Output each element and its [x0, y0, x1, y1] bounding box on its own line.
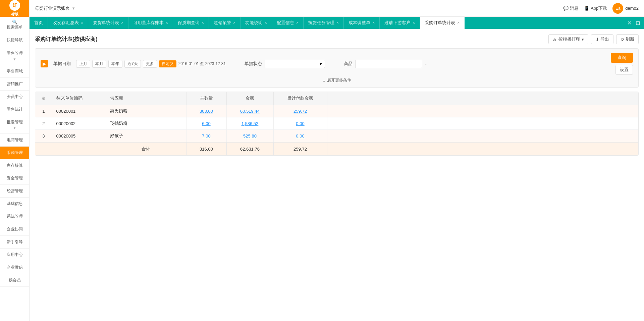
status-filter-label: 单据状态	[245, 61, 262, 67]
sidebar-item-member-vip[interactable]: 畅会员	[0, 274, 29, 287]
sidebar-search-item[interactable]: 🔍 搜索菜单	[0, 17, 29, 33]
date-btn-more[interactable]: 更多	[143, 60, 157, 68]
tab-close-warranty-query[interactable]: ×	[202, 20, 204, 25]
sidebar-item-enterprise[interactable]: 企业协同	[0, 223, 29, 236]
tab-purchase-order-stats[interactable]: 采购订单统计表 ×	[420, 17, 465, 29]
sidebar-item-wholesale-mgmt[interactable]: 批发管理 ▼	[0, 116, 29, 134]
tab-overstock-alert[interactable]: 超储预警 ×	[209, 17, 240, 29]
row-1-paid[interactable]: 259.72	[273, 105, 327, 117]
row-1-amount-link[interactable]: 60,519.44	[240, 109, 260, 114]
date-btn-this-year[interactable]: 本年	[108, 60, 122, 68]
query-button[interactable]: 查询	[611, 53, 633, 63]
row-3-paid-link[interactable]: 0.00	[296, 133, 304, 139]
tab-warranty-query-label: 保质期查询	[178, 20, 200, 26]
tab-close-available-stock[interactable]: ×	[166, 20, 168, 25]
user-profile[interactable]: Ea demo2	[612, 3, 639, 14]
row-1-paid-link[interactable]: 259.72	[293, 109, 307, 114]
tab-available-stock[interactable]: 可用量库存账本 ×	[128, 17, 173, 29]
row-1-qty[interactable]: 303.00	[186, 105, 226, 117]
sidebar-item-member-center[interactable]: 会员中心	[0, 91, 29, 103]
tab-config-info[interactable]: 配置信息 ×	[272, 17, 304, 29]
sidebar-item-finance-label: 资金管理	[2, 175, 27, 181]
sidebar-item-app-center[interactable]: 应用中心	[0, 249, 29, 261]
row-3-qty[interactable]: 7.00	[186, 130, 226, 143]
tab-close-function-desc[interactable]: ×	[265, 20, 267, 25]
row-2-paid[interactable]: 0.00	[273, 117, 327, 130]
table-row: 3 00020005 好孩子 7.00 525.80	[35, 130, 638, 143]
sidebar-quicknav-item[interactable]: 快捷导航	[0, 33, 29, 47]
date-btn-this-month[interactable]: 本月	[92, 60, 106, 68]
tab-warranty-query[interactable]: 保质期查询 ×	[173, 17, 209, 29]
sidebar-item-retail-shop[interactable]: 零售商城	[0, 65, 29, 78]
export-button[interactable]: ⬇ 导出	[591, 34, 613, 44]
tab-invite-downstream[interactable]: 邀请下游客户 ×	[380, 17, 420, 29]
tab-receive-summary-label: 收发存汇总表	[53, 20, 79, 26]
sidebar-item-retail-stats[interactable]: 零售统计	[0, 103, 29, 116]
tab-close-config-info[interactable]: ×	[296, 20, 299, 25]
message-button[interactable]: 💬 消息	[563, 5, 579, 11]
tab-close-order-stats[interactable]: ×	[121, 20, 123, 25]
row-3-paid[interactable]: 0.00	[273, 130, 327, 143]
tab-close-all-button[interactable]: ✕	[626, 20, 633, 26]
sidebar-item-marketing[interactable]: 营销推广	[0, 78, 29, 91]
filter-toggle-button[interactable]: ▶	[41, 60, 48, 67]
th-settings[interactable]: ⚙	[35, 92, 52, 105]
sidebar-item-retail-management[interactable]: 零售管理 ▼	[0, 47, 29, 65]
sidebar-item-finance[interactable]: 资金管理	[0, 172, 29, 185]
tab-receive-summary[interactable]: 收发存汇总表 ×	[48, 17, 88, 29]
goods-input-more-icon[interactable]: ···	[425, 61, 429, 66]
status-select[interactable]: ▾	[265, 60, 325, 68]
date-btn-7days[interactable]: 近7天	[124, 60, 141, 68]
workspace-dropdown-icon[interactable]: ▾	[72, 6, 75, 11]
tab-home[interactable]: 首页	[30, 17, 48, 29]
status-filter: 单据状态 ▾	[245, 60, 325, 68]
date-btn-last-month[interactable]: 上月	[76, 60, 90, 68]
tab-home-label: 首页	[34, 20, 43, 26]
row-2-amount-link[interactable]: 1,586.52	[241, 121, 259, 126]
tab-restore-button[interactable]: ⊡	[634, 20, 641, 26]
filter-expand-row: ⌄ 展开更多条件	[41, 77, 633, 83]
expand-more-button[interactable]: ⌄ 展开更多条件	[322, 77, 351, 83]
row-1-amount[interactable]: 60,519.44	[226, 105, 273, 117]
tab-close-invite-downstream[interactable]: ×	[413, 20, 415, 25]
sidebar-item-purchase-mgmt[interactable]: 采购管理	[0, 147, 29, 159]
th-paid: 累计付款金额	[273, 92, 327, 105]
sidebar-item-ecommerce[interactable]: 电商管理	[0, 134, 29, 147]
th-code-label: 往来单位编码	[56, 96, 83, 101]
tab-close-overstock-alert[interactable]: ×	[233, 20, 235, 25]
sidebar-item-operations[interactable]: 经营管理	[0, 185, 29, 198]
tab-close-purchase-order-stats[interactable]: ×	[457, 20, 460, 25]
row-2-qty-link[interactable]: 6.00	[202, 121, 210, 126]
goods-input[interactable]	[355, 60, 422, 68]
row-2-paid-link[interactable]: 0.00	[296, 121, 304, 126]
sidebar-item-enterprise-wechat[interactable]: 企业微信	[0, 261, 29, 274]
tab-function-desc[interactable]: 功能说明 ×	[240, 17, 272, 29]
table-row: 2 00020002 飞鹤奶粉 6.00 1,586.52	[35, 117, 638, 130]
footer-row: 合计 316.00 62,631.76 259.72	[35, 142, 638, 155]
tab-pickup-task[interactable]: 拣货任务管理 ×	[304, 17, 344, 29]
chevron-down-icon: ▼	[13, 57, 16, 61]
refresh-button[interactable]: ↺ 刷新	[616, 34, 639, 44]
row-2-amount[interactable]: 1,586.52	[226, 117, 273, 130]
tab-close-receive-summary[interactable]: ×	[81, 20, 83, 25]
app-download-button[interactable]: 📱 App下载	[584, 5, 607, 11]
sidebar-item-base-info[interactable]: 基础信息	[0, 198, 29, 210]
settings-button[interactable]: 设置	[615, 65, 633, 75]
tab-close-cost-adjust[interactable]: ×	[372, 20, 375, 25]
sidebar-item-inventory[interactable]: 库存核算	[0, 159, 29, 172]
row-2-index: 2	[35, 117, 52, 130]
row-2-qty[interactable]: 6.00	[186, 117, 226, 130]
workspace-name[interactable]: 母婴行业演示账套	[35, 5, 70, 11]
tab-cost-adjust[interactable]: 成本调整单 ×	[344, 17, 380, 29]
sidebar-item-system[interactable]: 系统管理	[0, 210, 29, 223]
row-3-amount-link[interactable]: 525.80	[243, 133, 257, 139]
sidebar-item-app-center-label: 应用中心	[2, 252, 27, 258]
tab-order-stats[interactable]: 要货单统计表 ×	[88, 17, 128, 29]
row-3-qty-link[interactable]: 7.00	[202, 133, 210, 139]
print-button[interactable]: 🖨 按模板打印 ▾	[548, 34, 588, 44]
row-1-qty-link[interactable]: 303.00	[200, 109, 213, 114]
sidebar-item-new-guide[interactable]: 新手引导	[0, 236, 29, 249]
date-custom-badge[interactable]: 自定义	[159, 60, 176, 67]
tab-close-pickup-task[interactable]: ×	[336, 20, 339, 25]
row-3-amount[interactable]: 525.80	[226, 130, 273, 143]
